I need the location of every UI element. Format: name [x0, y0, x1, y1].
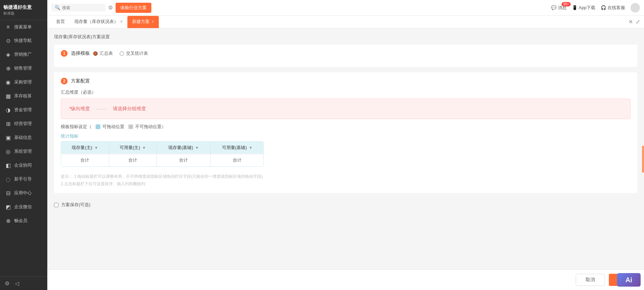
stat-table: 现存量(主) ▼ 可用量(主) ▼ [61, 142, 264, 166]
headset-icon: 🎧 [601, 5, 606, 10]
radio-summary[interactable]: 汇总表 [93, 50, 113, 56]
finance-icon: ◑ [5, 107, 11, 113]
indicator-section-label: 模板指标设定（ [61, 124, 92, 130]
edition-label: 标准版 [3, 11, 44, 16]
member-icon: ⊗ [5, 218, 11, 224]
scrollbar-right[interactable] [642, 146, 644, 173]
sidebar-item-member[interactable]: ⊗ 畅会员 [0, 214, 47, 228]
step1-card: 1 选择模板 汇总表 交叉统计表 [54, 45, 637, 67]
sidebar: 畅捷通好生意 标准版 ≡ 搜索菜单 ⊙ 快捷导航 ◈ 营销推广 ⊕ 销售管理 ◉… [0, 0, 47, 290]
sidebar-item-purchase[interactable]: ◉ 采购管理 [0, 75, 47, 89]
system-icon: ◎ [5, 148, 11, 155]
sidebar-item-search[interactable]: ≡ 搜索菜单 [0, 20, 47, 34]
sidebar-item-finance[interactable]: ◑ 资金管理 [0, 103, 47, 117]
avatar[interactable] [630, 3, 640, 13]
online-service-label: 在线客服 [608, 5, 625, 11]
sidebar-item-newguide[interactable]: ◌ 新手引导 [0, 172, 47, 186]
step1-label: 选择模板 [71, 50, 90, 56]
radio-summary-input[interactable] [93, 51, 98, 56]
sidebar-item-marketing[interactable]: ◈ 营销推广 [0, 48, 47, 62]
col-current-main[interactable]: 现存量(主) ▼ [61, 142, 109, 154]
sidebar-label-appstore: 应用中心 [14, 190, 32, 196]
ai-badge[interactable]: Ai [617, 273, 641, 287]
sidebar-label-operation: 经营管理 [14, 121, 32, 127]
col-available-main-label: 可用量(主) [120, 145, 140, 151]
cell-available-aux-sub: 合计 [210, 154, 264, 167]
cell-current-aux-sub: 合计 [157, 154, 210, 167]
sidebar-item-operation[interactable]: ⊞ 经营管理 [0, 117, 47, 131]
contract-icon: ◧ [5, 162, 11, 169]
dim-required-box[interactable]: *纵向维度 —— 请选择分组维度 [61, 99, 630, 119]
cell-current-main-sub: 合计 [61, 154, 109, 167]
topbar-left: 🔍 ⚙ 体验行业方案 [51, 3, 548, 13]
radio-summary-label: 汇总表 [100, 50, 113, 56]
close-tab-new-plan-icon[interactable]: × [152, 19, 154, 24]
message-badge-item[interactable]: 💬 消息 99+ [551, 5, 567, 11]
quicknav-icon: ⊙ [5, 38, 11, 44]
template-radio-group: 汇总表 交叉统计表 [93, 50, 148, 56]
chevron-down-icon: ▼ [249, 146, 252, 150]
sidebar-label-newguide: 新手引导 [14, 176, 32, 182]
sales-icon: ⊕ [5, 65, 11, 72]
topbar-search-box: 🔍 [51, 4, 105, 11]
sidebar-item-wechat[interactable]: ◩ 企业微信 [0, 200, 47, 214]
fixed-indicator [128, 124, 133, 129]
col-available-aux[interactable]: 可用量(基辅) ▼ [210, 142, 264, 154]
gear-icon[interactable]: ⚙ [108, 4, 113, 11]
step2-label: 方案配置 [71, 78, 90, 84]
fixed-toggle: 不可拖动位置） [128, 124, 166, 130]
sidebar-item-sales[interactable]: ⊕ 销售管理 [0, 62, 47, 75]
step2-num: 2 [61, 78, 68, 84]
expand-icon[interactable]: ⤢ [636, 19, 640, 25]
close-tab-inventory-icon[interactable]: × [120, 19, 123, 24]
sidebar-item-system[interactable]: ◎ 系统管理 [0, 145, 47, 159]
sidebar-item-appstore[interactable]: ⊟ 应用中心 [0, 186, 47, 200]
page-title: 现存量(库存状况表)方案设置 [54, 34, 637, 40]
search-input[interactable] [62, 5, 96, 10]
tab-inventory-status[interactable]: 现存量（库存状况表） × [70, 16, 127, 28]
sidebar-item-contract[interactable]: ◧ 企业协同 [0, 159, 47, 172]
close-window-icon[interactable]: ✕ [628, 19, 633, 25]
sidebar-item-inventory[interactable]: ▦ 库存核算 [0, 89, 47, 103]
cancel-button[interactable]: 取消 [576, 274, 605, 286]
col-available-aux-label: 可用量(基辅) [222, 145, 247, 151]
tab-new-plan[interactable]: 新建方案 × [127, 16, 159, 28]
industry-btn[interactable]: 体验行业方案 [116, 3, 151, 13]
tabs-bar: 首页 现存量（库存状况表） × 新建方案 × ✕ ⤢ [47, 16, 644, 28]
draggable-indicator [96, 124, 100, 129]
col-available-main[interactable]: 可用量(主) ▼ [109, 142, 157, 154]
sidebar-label-search: 搜索菜单 [14, 24, 32, 30]
stat-title: 统计指标 [61, 133, 630, 139]
cell-available-main-sub: 合计 [109, 154, 157, 167]
tip-2: 2.点击标题栏下拉可设置排序、插入列和删除列 [61, 180, 630, 188]
audio-icon[interactable]: ◁ [15, 280, 19, 287]
sidebar-label-marketing: 营销推广 [14, 51, 32, 57]
settings-icon[interactable]: ⚙ [5, 280, 9, 287]
indicator-header: 模板指标设定（ 可拖动位置 不可拖动位置） [61, 124, 630, 130]
radio-cross[interactable]: 交叉统计表 [120, 50, 148, 56]
col-current-aux-label: 现存量(基辅) [168, 145, 193, 151]
sidebar-nav: ≡ 搜索菜单 ⊙ 快捷导航 ◈ 营销推广 ⊕ 销售管理 ◉ 采购管理 ▦ 库存核… [0, 20, 47, 276]
sidebar-footer: ⚙ ◁ [0, 276, 47, 290]
app-download-label: App下载 [579, 5, 595, 11]
stat-table-wrapper: 现存量(主) ▼ 可用量(主) ▼ [61, 141, 264, 167]
save-option: 方案保存(可选) [54, 198, 637, 211]
window-controls: ✕ ⤢ [628, 19, 640, 25]
brand-name: 畅捷通好生意 [3, 4, 44, 11]
radio-cross-input[interactable] [120, 51, 124, 56]
sidebar-item-basic[interactable]: ▣ 基础信息 [0, 131, 47, 145]
app-download-item[interactable]: 📱 App下载 [572, 5, 595, 11]
table-row: 合计 合计 合计 合计 [61, 154, 264, 167]
sidebar-logo: 畅捷通好生意 标准版 [0, 0, 47, 20]
content-area: 现存量(库存状况表)方案设置 1 选择模板 汇总表 交叉统计表 [47, 28, 644, 290]
save-checkbox[interactable] [54, 203, 58, 207]
col-current-aux[interactable]: 现存量(基辅) ▼ [157, 142, 210, 154]
chevron-down-icon: ▼ [142, 146, 146, 150]
tab-home[interactable]: 首页 [51, 16, 70, 28]
tab-inventory-label: 现存量（库存状况表） [74, 19, 118, 25]
sidebar-item-quicknav[interactable]: ⊙ 快捷导航 [0, 34, 47, 48]
online-service-item[interactable]: 🎧 在线客服 [601, 5, 625, 11]
chevron-down-icon: ▼ [94, 146, 98, 150]
marketing-icon: ◈ [5, 51, 11, 58]
message-icon: 💬 [551, 5, 556, 10]
